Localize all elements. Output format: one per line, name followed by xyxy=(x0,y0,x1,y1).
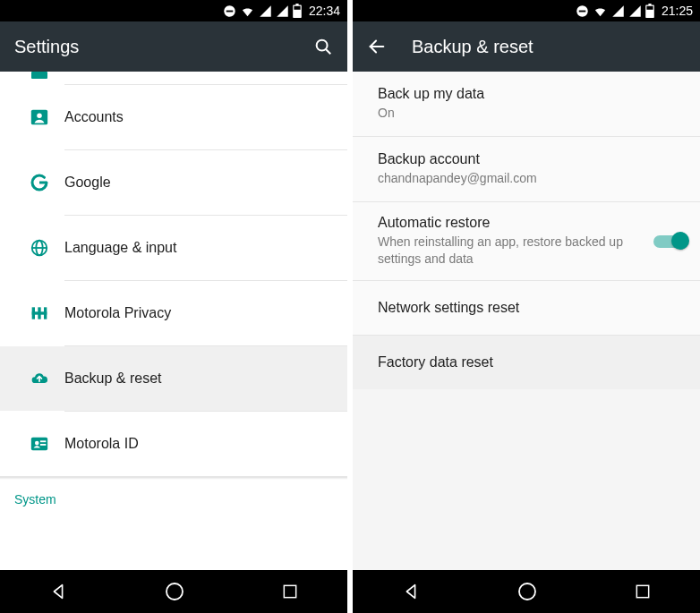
globe-icon xyxy=(14,238,64,258)
privacy-icon xyxy=(14,304,64,322)
list-item-peek[interactable] xyxy=(0,72,347,84)
item-label: Motorola Privacy xyxy=(64,305,333,321)
status-bar: 22:34 xyxy=(0,0,347,21)
nav-bar xyxy=(0,570,347,613)
row-factory-reset[interactable]: Factory data reset xyxy=(353,336,700,389)
svg-rect-22 xyxy=(579,10,586,12)
list-item-accounts[interactable]: Accounts xyxy=(0,85,347,149)
auto-restore-toggle[interactable] xyxy=(653,232,686,250)
row-title: Factory data reset xyxy=(378,354,686,370)
app-bar: Settings xyxy=(0,21,347,72)
signal-icon-2 xyxy=(276,4,289,18)
item-label: Google xyxy=(64,175,333,191)
list-item-google[interactable]: Google xyxy=(0,150,347,215)
svg-rect-23 xyxy=(646,6,653,10)
id-icon xyxy=(14,434,64,454)
dnd-icon xyxy=(576,4,589,18)
svg-point-19 xyxy=(166,583,183,600)
search-icon[interactable] xyxy=(313,37,333,56)
row-network-reset[interactable]: Network settings reset xyxy=(353,281,700,335)
status-bar: 21:25 xyxy=(353,0,700,21)
google-icon xyxy=(14,172,64,193)
page-title: Settings xyxy=(14,37,288,57)
signal-icon-2 xyxy=(628,4,642,18)
row-title: Backup account xyxy=(378,151,686,167)
wifi-icon xyxy=(593,4,608,18)
row-subtitle: chandnapandey@gmail.com xyxy=(378,170,686,187)
svg-point-16 xyxy=(35,441,39,446)
svg-rect-18 xyxy=(40,444,46,446)
nav-home-icon[interactable] xyxy=(164,581,185,602)
signal-icon xyxy=(611,4,625,18)
status-time: 21:25 xyxy=(662,4,693,18)
nav-recent-icon[interactable] xyxy=(634,583,652,600)
dnd-icon xyxy=(223,4,236,18)
row-title: Network settings reset xyxy=(378,300,686,316)
svg-rect-14 xyxy=(32,311,47,314)
phone-backup-reset: 21:25 Backup & reset Back up my data On … xyxy=(353,0,700,613)
svg-rect-20 xyxy=(285,585,296,597)
list-item-motorola-id[interactable]: Motorola ID xyxy=(0,412,347,476)
status-time: 22:34 xyxy=(309,4,340,18)
item-label: Motorola ID xyxy=(64,436,333,452)
row-auto-restore[interactable]: Automatic restore When reinstalling an a… xyxy=(353,202,700,280)
nav-back-icon[interactable] xyxy=(401,582,421,601)
svg-rect-26 xyxy=(637,585,649,597)
row-title: Back up my data xyxy=(378,86,686,102)
app-bar: Backup & reset xyxy=(353,21,700,72)
svg-rect-2 xyxy=(294,6,300,10)
backup-list: Back up my data On Backup account chandn… xyxy=(353,72,700,570)
item-label: Language & input xyxy=(64,240,333,256)
page-title: Backup & reset xyxy=(412,37,686,57)
item-label: Accounts xyxy=(64,109,333,125)
svg-line-4 xyxy=(326,49,330,54)
nav-bar xyxy=(353,570,700,613)
svg-point-3 xyxy=(317,40,328,51)
row-title: Automatic restore xyxy=(378,215,645,231)
svg-point-6 xyxy=(37,113,42,118)
nav-recent-icon[interactable] xyxy=(281,583,299,600)
list-item-backup-reset[interactable]: Backup & reset xyxy=(0,346,347,411)
row-subtitle: When reinstalling an app, restore backed… xyxy=(378,234,645,268)
svg-rect-1 xyxy=(226,10,234,12)
battery-icon xyxy=(293,4,302,18)
nav-back-icon[interactable] xyxy=(48,582,68,601)
backup-icon xyxy=(14,370,64,387)
svg-rect-17 xyxy=(40,440,46,442)
list-item-language[interactable]: Language & input xyxy=(0,216,347,280)
wifi-icon xyxy=(240,4,255,18)
row-backup-data[interactable]: Back up my data On xyxy=(353,72,700,136)
row-backup-account[interactable]: Backup account chandnapandey@gmail.com xyxy=(353,137,700,201)
accounts-icon xyxy=(14,107,64,127)
signal-icon xyxy=(259,4,272,18)
item-label: Backup & reset xyxy=(64,370,333,387)
row-subtitle: On xyxy=(378,105,686,122)
section-system: System xyxy=(0,480,347,514)
back-arrow-icon[interactable] xyxy=(367,37,387,56)
battery-icon xyxy=(645,4,654,18)
nav-home-icon[interactable] xyxy=(516,581,538,602)
settings-list: Accounts Google Language & input Motorol… xyxy=(0,72,347,570)
svg-point-25 xyxy=(519,583,535,600)
list-item-privacy[interactable]: Motorola Privacy xyxy=(0,281,347,345)
phone-settings: 22:34 Settings Accounts Google xyxy=(0,0,347,613)
